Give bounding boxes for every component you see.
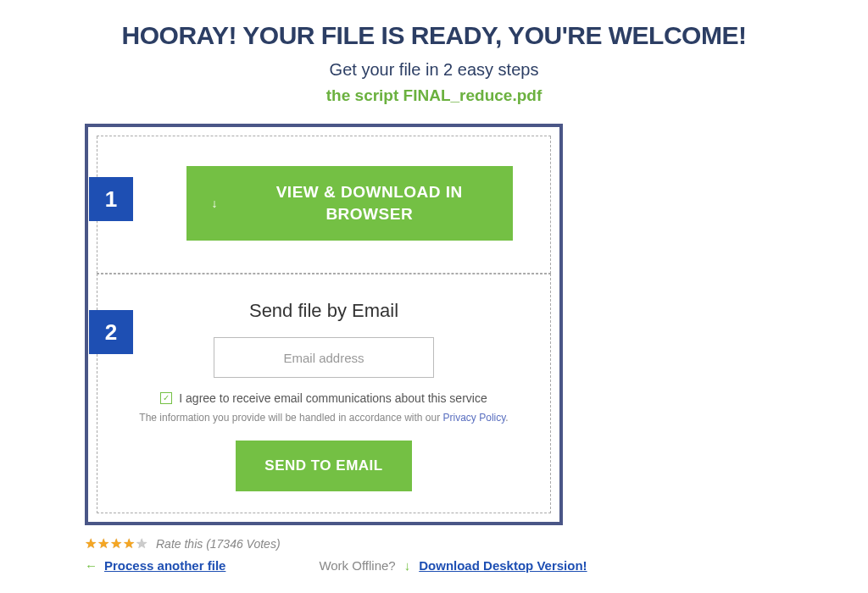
rate-count-label: Rate this (17346 Votes) — [156, 537, 281, 551]
header: HOORAY! YOUR FILE IS READY, YOU'RE WELCO… — [0, 0, 868, 105]
star-icon: ★ — [97, 535, 109, 551]
main-panel: 1 ↓ VIEW & DOWNLOAD IN BROWSER 2 Send fi… — [85, 124, 563, 525]
step-1-badge: 1 — [89, 177, 133, 221]
step-2-badge: 2 — [89, 310, 133, 354]
star-rating[interactable]: ★ ★ ★ ★ ★ — [85, 535, 147, 551]
steps-container: 1 ↓ VIEW & DOWNLOAD IN BROWSER 2 Send fi… — [97, 136, 551, 513]
send-email-button[interactable]: SEND TO EMAIL — [236, 441, 411, 491]
privacy-policy-link[interactable]: Privacy Policy — [443, 412, 506, 424]
arrow-left-icon: ← — [85, 558, 97, 573]
footer: ★ ★ ★ ★ ★ Rate this (17346 Votes) ← Proc… — [85, 535, 746, 573]
offline-label: Work Offline? — [319, 558, 395, 573]
page-subtitle: Get your file in 2 easy steps — [0, 60, 868, 80]
star-empty-icon: ★ — [136, 535, 147, 551]
send-email-title: Send file by Email — [123, 300, 525, 322]
rating-row: ★ ★ ★ ★ ★ Rate this (17346 Votes) — [85, 535, 746, 551]
page-title: HOORAY! YOUR FILE IS READY, YOU'RE WELCO… — [0, 21, 868, 50]
star-icon: ★ — [110, 535, 122, 551]
star-icon: ★ — [123, 535, 135, 551]
download-icon: ↓ — [212, 197, 219, 210]
step-2: 2 Send file by Email ✓ I agree to receiv… — [97, 274, 551, 513]
agree-row: ✓ I agree to receive email communication… — [123, 391, 525, 405]
star-icon: ★ — [85, 535, 97, 551]
step-1: 1 ↓ VIEW & DOWNLOAD IN BROWSER — [97, 136, 551, 274]
view-download-label: VIEW & DOWNLOAD IN BROWSER — [252, 181, 487, 224]
view-download-button[interactable]: ↓ VIEW & DOWNLOAD IN BROWSER — [186, 166, 513, 241]
agree-checkbox[interactable]: ✓ — [160, 392, 172, 404]
links-row: ← Process another file Work Offline? ↓ D… — [85, 558, 746, 573]
arrow-down-icon: ↓ — [404, 558, 411, 573]
email-field[interactable] — [214, 337, 434, 378]
process-another-link[interactable]: Process another file — [104, 558, 225, 573]
download-desktop-link[interactable]: Download Desktop Version! — [419, 558, 587, 573]
filename-label: the script FINAL_reduce.pdf — [0, 86, 868, 105]
agree-label: I agree to receive email communications … — [179, 391, 487, 405]
privacy-text: The information you provide will be hand… — [123, 412, 525, 424]
